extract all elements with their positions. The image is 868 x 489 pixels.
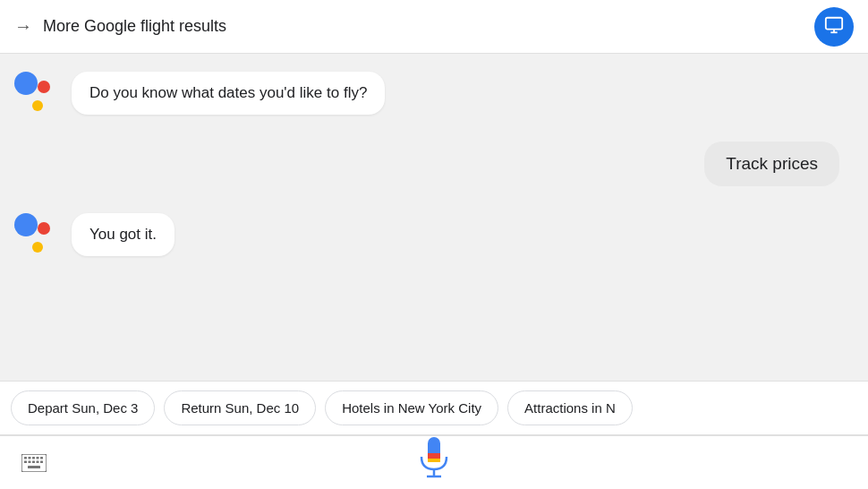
message-row-1: Do you know what dates you'd like to fly… xyxy=(14,72,854,115)
assistant-logo-2 xyxy=(14,213,57,256)
top-bar: → More Google flight results xyxy=(0,0,868,54)
svg-rect-17 xyxy=(428,459,440,462)
logo-dot-yellow-2 xyxy=(32,242,43,253)
assistant-bubble-1: Do you know what dates you'd like to fly… xyxy=(72,72,385,115)
assistant-logo-1 xyxy=(14,72,57,115)
svg-rect-0 xyxy=(826,18,842,30)
svg-rect-6 xyxy=(32,457,35,459)
page-title: More Google flight results xyxy=(43,17,226,36)
svg-rect-13 xyxy=(40,460,43,463)
suggestion-chip-2[interactable]: Return Sun, Dec 10 xyxy=(164,390,316,425)
assistant-bubble-2: You got it. xyxy=(72,213,174,256)
monitor-button[interactable] xyxy=(814,7,854,47)
svg-rect-12 xyxy=(37,460,39,463)
message-row-2: You got it. xyxy=(14,213,854,256)
logo-dot-red xyxy=(38,81,50,93)
microphone-button[interactable] xyxy=(418,437,450,484)
suggestions-bar: Depart Sun, Dec 3Return Sun, Dec 10Hotel… xyxy=(0,381,868,435)
top-bar-left: → More Google flight results xyxy=(14,16,226,37)
track-prices-button[interactable]: Track prices xyxy=(704,142,839,186)
suggestion-chip-4[interactable]: Attractions in N xyxy=(507,390,633,425)
svg-rect-14 xyxy=(28,466,40,468)
svg-rect-11 xyxy=(32,460,35,463)
keyboard-button[interactable] xyxy=(18,447,50,479)
svg-rect-4 xyxy=(24,457,27,459)
svg-rect-8 xyxy=(40,457,43,459)
svg-rect-5 xyxy=(29,457,31,459)
logo-dot-yellow xyxy=(32,100,43,111)
suggestion-chip-3[interactable]: Hotels in New York City xyxy=(325,390,498,425)
logo-dot-blue-2 xyxy=(14,213,38,236)
bottom-bar xyxy=(0,435,868,489)
monitor-icon xyxy=(824,15,844,38)
track-prices-row: Track prices xyxy=(14,142,854,186)
logo-dot-blue xyxy=(14,72,38,95)
chat-area: Do you know what dates you'd like to fly… xyxy=(0,54,868,265)
suggestion-chip-1[interactable]: Depart Sun, Dec 3 xyxy=(11,390,155,425)
logo-dot-red-2 xyxy=(38,222,50,235)
svg-rect-9 xyxy=(24,460,27,463)
svg-rect-10 xyxy=(29,460,31,463)
svg-rect-7 xyxy=(37,457,39,459)
back-arrow-icon[interactable]: → xyxy=(14,16,32,37)
